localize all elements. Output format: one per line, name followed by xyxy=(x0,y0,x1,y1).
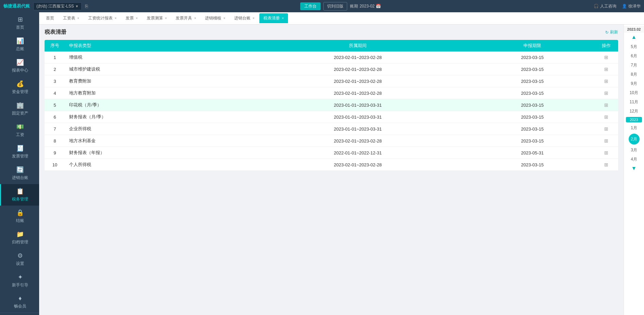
tab-salary-report[interactable]: 工资统计报表 × xyxy=(84,13,121,23)
table-row: 2 城市维护建设税 2023-02-01~2023-02-28 2023-03-… xyxy=(45,63,618,75)
sidebar-label-tax: 税务管理 xyxy=(12,196,28,202)
sidebar-item-settings[interactable]: ⚙ 设置 xyxy=(0,249,39,270)
cell-period: 2023-01-01~2023-03-31 xyxy=(245,99,470,111)
col-period: 所属期间 xyxy=(245,40,470,51)
period-month-11[interactable]: 11月 xyxy=(624,97,644,107)
period-down-button[interactable]: ▼ xyxy=(624,164,644,173)
tab-close-salary-report[interactable]: × xyxy=(115,16,117,20)
period-month-6[interactable]: 6月 xyxy=(624,51,644,61)
tab-tax-clear[interactable]: 税表清册 × xyxy=(259,13,288,23)
action-view-icon[interactable]: ⊞ xyxy=(604,138,608,144)
action-view-icon[interactable]: ⊞ xyxy=(604,126,608,132)
sidebar-item-archive[interactable]: 📁 归档管理 xyxy=(0,227,39,249)
cell-action: ⊞ xyxy=(594,159,618,171)
invoice-icon: 🧾 xyxy=(16,145,24,152)
sidebar-item-home[interactable]: ⊞ 首页 xyxy=(0,12,39,34)
copy-icon[interactable]: ⎘ xyxy=(85,3,88,9)
tab-close-invoice-open[interactable]: × xyxy=(194,16,196,20)
sidebar-item-member[interactable]: ♦ 畅会员 xyxy=(0,291,39,313)
table-row: 6 财务报表（月/季） 2023-01-01~2023-03-31 2023-0… xyxy=(45,111,618,123)
action-view-icon[interactable]: ⊞ xyxy=(604,162,608,167)
sidebar-item-funds[interactable]: 💰 资金管理 xyxy=(0,77,39,98)
tab-close-tax-clear[interactable]: × xyxy=(282,16,284,20)
tab-close-purchase-ledger[interactable]: × xyxy=(253,16,255,20)
cell-seq: 6 xyxy=(45,111,65,123)
tab-close-purchase-check[interactable]: × xyxy=(223,16,225,20)
sidebar-item-report[interactable]: 📈 报表中心 xyxy=(0,55,39,77)
user-profile-button[interactable]: 👤 徐泽华 xyxy=(622,3,641,9)
cell-period: 2023-02-01~2023-02-28 xyxy=(245,87,470,99)
human-service-button[interactable]: 🎧 人工咨询 xyxy=(594,3,616,9)
tab-purchase-ledger[interactable]: 进销台账 × xyxy=(230,13,259,23)
col-seq: 序号 xyxy=(45,40,65,51)
tab-invoice-open[interactable]: 发票开具 × xyxy=(172,13,200,23)
cell-seq: 8 xyxy=(45,135,65,147)
tab-close-invoice-calc[interactable]: × xyxy=(165,16,167,20)
period-month-3[interactable]: 3月 xyxy=(624,146,644,155)
sidebar-label-closing: 结账 xyxy=(16,218,24,224)
cell-action: ⊞ xyxy=(594,87,618,99)
period-month-8[interactable]: 8月 xyxy=(624,70,644,79)
period-up-button[interactable]: ▲ xyxy=(624,33,644,42)
cell-period: 2023-02-01~2023-02-28 xyxy=(245,135,470,147)
workspace-button[interactable]: 工作台 xyxy=(300,2,321,10)
sidebar-item-closing[interactable]: 🔒 结账 xyxy=(0,206,39,227)
refresh-button[interactable]: ↻ 刷新 xyxy=(605,29,618,35)
period-month-9[interactable]: 9月 xyxy=(624,79,644,88)
cell-deadline: 2023-03-15 xyxy=(470,99,594,111)
tab-close-salary-table[interactable]: × xyxy=(77,16,79,20)
tax-icon: 📋 xyxy=(16,188,24,195)
tab-close-invoice[interactable]: × xyxy=(136,16,138,20)
ledger-icon: 📊 xyxy=(16,37,24,45)
refresh-icon: ↻ xyxy=(605,30,609,35)
sidebar-item-fixed-assets[interactable]: 🏢 固定资产 xyxy=(0,98,39,120)
tab-home[interactable]: 首页 xyxy=(42,13,58,23)
sidebar-item-guide[interactable]: ✦ 新手引导 xyxy=(0,270,39,291)
period-month-2-active[interactable]: 2月 xyxy=(629,134,640,145)
tab-invoice-calc[interactable]: 发票测算 × xyxy=(143,13,171,23)
action-view-icon[interactable]: ⊞ xyxy=(604,78,608,84)
action-view-icon[interactable]: ⊞ xyxy=(604,150,608,155)
action-view-icon[interactable]: ⊞ xyxy=(604,114,608,120)
action-view-icon[interactable]: ⊞ xyxy=(604,90,608,96)
archive-icon: 📁 xyxy=(16,230,24,238)
cell-seq: 3 xyxy=(45,75,65,87)
cell-period: 2023-01-01~2023-03-31 xyxy=(245,123,470,135)
period-month-10[interactable]: 10月 xyxy=(624,88,644,97)
action-view-icon[interactable]: ⊞ xyxy=(604,55,608,60)
sidebar-label-report: 报表中心 xyxy=(12,68,28,73)
tab-label-salary-report: 工资统计报表 xyxy=(88,15,113,21)
action-view-icon[interactable]: ⊞ xyxy=(604,66,608,72)
calendar-icon[interactable]: 📅 xyxy=(376,4,381,9)
cell-action: ⊞ xyxy=(594,99,618,111)
cell-seq: 9 xyxy=(45,147,65,159)
period-month-12[interactable]: 12月 xyxy=(624,107,644,116)
cell-type: 印花税（月/季） xyxy=(65,99,245,111)
sidebar-item-salary[interactable]: 💵 工资 xyxy=(0,120,39,141)
table-row: 7 企业所得税 2023-01-01~2023-03-31 2023-03-15… xyxy=(45,123,618,135)
period-month-5[interactable]: 5月 xyxy=(624,42,644,51)
table-row: 9 财务报表（年报） 2022-01-01~2022-12-31 2023-05… xyxy=(45,147,618,159)
table-row: 4 地方教育附加 2023-02-01~2023-02-28 2023-03-1… xyxy=(45,87,618,99)
period-month-1[interactable]: 1月 xyxy=(624,123,644,133)
company-selector[interactable]: (勿动) 江西服宝-LSS ▼ xyxy=(33,2,82,10)
sidebar-item-purchase-sales[interactable]: 🔄 进销台账 xyxy=(0,163,39,184)
tab-invoice[interactable]: 发票 × xyxy=(122,13,142,23)
period-month-7[interactable]: 7月 xyxy=(624,61,644,70)
cell-type: 企业所得税 xyxy=(65,123,245,135)
tab-purchase-check[interactable]: 进销稽核 × xyxy=(201,13,229,23)
period-month-4[interactable]: 4月 xyxy=(624,155,644,164)
sidebar-item-tax[interactable]: 📋 税务管理 xyxy=(0,184,39,206)
home-icon: ⊞ xyxy=(18,16,23,23)
cell-action: ⊞ xyxy=(594,111,618,123)
tab-bar: 首页 工资表 × 工资统计报表 × 发票 × 发票测算 × 发票开具 × xyxy=(39,12,644,25)
sidebar-item-invoice[interactable]: 🧾 发票管理 xyxy=(0,141,39,163)
cell-type: 地方教育附加 xyxy=(65,87,245,99)
sidebar-label-member: 畅会员 xyxy=(14,303,26,309)
tab-salary-table[interactable]: 工资表 × xyxy=(59,13,83,23)
tab-label-salary-table: 工资表 xyxy=(63,15,75,21)
sidebar-item-ledger[interactable]: 📊 总账 xyxy=(0,34,39,55)
action-view-icon[interactable]: ⊞ xyxy=(604,102,608,108)
oldview-button[interactable]: 切到旧版 xyxy=(323,2,347,11)
cancel-pin-button[interactable]: 📌 取消固定 xyxy=(0,313,39,315)
